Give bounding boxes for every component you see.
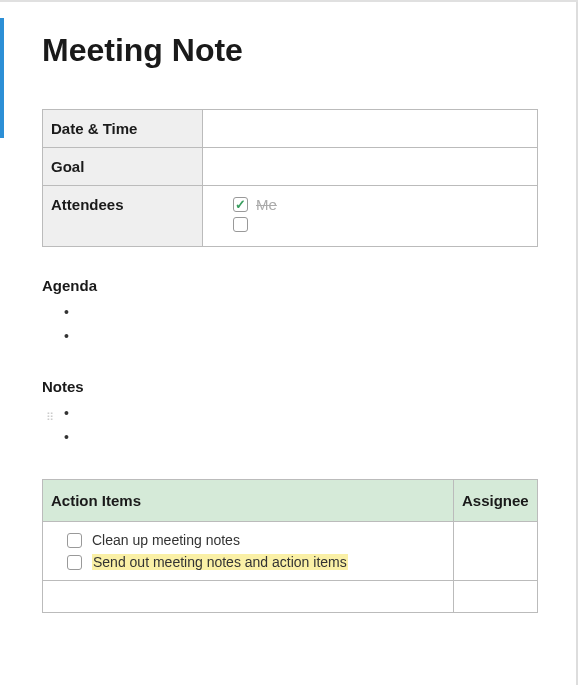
left-accent-bar xyxy=(0,18,4,138)
list-item[interactable] xyxy=(64,401,538,425)
assignee-cell[interactable] xyxy=(454,581,538,613)
action-table: Action Items Assignee Clean up meeting n… xyxy=(42,479,538,613)
notes-heading[interactable]: Notes xyxy=(42,378,538,395)
checkbox-icon[interactable] xyxy=(233,197,248,212)
action-header-assignee: Assignee xyxy=(454,480,538,522)
action-item-text[interactable]: Clean up meeting notes xyxy=(92,532,240,548)
page-title[interactable]: Meeting Note xyxy=(42,32,538,69)
list-item[interactable] xyxy=(64,425,538,449)
info-label-attendees: Attendees xyxy=(43,186,203,247)
info-label-datetime: Date & Time xyxy=(43,110,203,148)
info-row-datetime: Date & Time xyxy=(43,110,538,148)
checkbox-icon[interactable] xyxy=(67,555,82,570)
action-item[interactable]: Clean up meeting notes xyxy=(67,532,445,548)
action-item[interactable]: Send out meeting notes and action items xyxy=(67,554,445,570)
info-row-goal: Goal xyxy=(43,148,538,186)
attendee-item[interactable]: Me xyxy=(233,196,529,213)
list-item[interactable] xyxy=(64,324,538,348)
checkbox-icon[interactable] xyxy=(233,217,248,232)
action-item-text[interactable]: Send out meeting notes and action items xyxy=(92,554,348,570)
list-item[interactable] xyxy=(64,300,538,324)
info-label-goal: Goal xyxy=(43,148,203,186)
action-header-items: Action Items xyxy=(43,480,454,522)
action-items-cell[interactable]: Clean up meeting notes Send out meeting … xyxy=(43,522,454,581)
info-value-attendees[interactable]: Me xyxy=(203,186,538,247)
action-row xyxy=(43,581,538,613)
attendee-name[interactable]: Me xyxy=(256,196,277,213)
notes-list[interactable] xyxy=(42,401,538,449)
agenda-heading[interactable]: Agenda xyxy=(42,277,538,294)
info-value-goal[interactable] xyxy=(203,148,538,186)
agenda-list[interactable] xyxy=(42,300,538,348)
action-items-cell[interactable] xyxy=(43,581,454,613)
info-value-datetime[interactable] xyxy=(203,110,538,148)
attendee-item[interactable] xyxy=(233,217,529,232)
info-table: Date & Time Goal Attendees Me xyxy=(42,109,538,247)
checkbox-icon[interactable] xyxy=(67,533,82,548)
document-body: Meeting Note Date & Time Goal Attendees … xyxy=(0,2,578,633)
assignee-cell[interactable] xyxy=(454,522,538,581)
drag-handle-icon[interactable] xyxy=(46,405,55,429)
action-row: Clean up meeting notes Send out meeting … xyxy=(43,522,538,581)
info-row-attendees: Attendees Me xyxy=(43,186,538,247)
